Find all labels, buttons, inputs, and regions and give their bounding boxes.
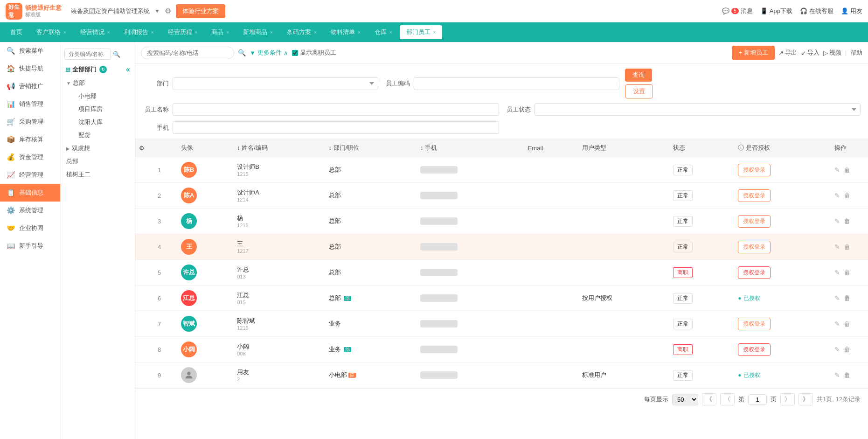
- sidebar-item-search[interactable]: 🔍 搜索菜单: [0, 42, 60, 60]
- phone-input[interactable]: [173, 121, 499, 134]
- prev-page-button[interactable]: 〈: [720, 393, 735, 405]
- dept-node-peihuo[interactable]: 配货: [67, 129, 135, 142]
- close-icon[interactable]: ×: [226, 30, 229, 35]
- all-dept-row[interactable]: ⊞ 全部部门 ↻ «: [61, 63, 135, 77]
- tab-barcode[interactable]: 条码方案×: [280, 25, 323, 39]
- reset-button[interactable]: 设置: [625, 84, 653, 98]
- message-button[interactable]: 💬 5 消息: [722, 7, 753, 15]
- sidebar-item-sales[interactable]: 📊 销售管理: [0, 95, 60, 113]
- delete-button[interactable]: 🗑: [844, 346, 850, 353]
- sidebar-item-management[interactable]: 📈 经营管理: [0, 166, 60, 184]
- close-icon[interactable]: ×: [151, 30, 154, 35]
- dept-node-zongbu2[interactable]: 总部: [61, 155, 135, 168]
- sidebar-item-guide[interactable]: 📖 新手引导: [0, 237, 60, 255]
- dept-node-project[interactable]: 项目库房: [67, 103, 135, 116]
- close-icon[interactable]: ×: [389, 30, 392, 35]
- close-icon[interactable]: ×: [63, 30, 66, 35]
- tab-bom[interactable]: 物料清单×: [324, 25, 367, 39]
- tab-operation[interactable]: 经营情况×: [74, 25, 117, 39]
- emp-code-input[interactable]: [414, 77, 619, 90]
- edit-button[interactable]: ✎: [834, 320, 840, 328]
- settings-button[interactable]: ⚙: [165, 7, 171, 15]
- auth-login-button[interactable]: 授权登录: [738, 266, 771, 279]
- tab-add-goods[interactable]: 新增商品×: [236, 25, 279, 39]
- close-icon[interactable]: ×: [107, 30, 110, 35]
- auth-login-button[interactable]: 授权登录: [738, 189, 771, 202]
- delete-button[interactable]: 🗑: [844, 320, 850, 328]
- edit-button[interactable]: ✎: [834, 217, 840, 225]
- edit-button[interactable]: ✎: [834, 346, 840, 353]
- delete-button[interactable]: 🗑: [844, 371, 850, 379]
- edit-button[interactable]: ✎: [834, 243, 840, 251]
- tab-employee[interactable]: 部门员工×: [400, 25, 443, 39]
- edit-button[interactable]: ✎: [834, 192, 840, 199]
- auth-login-button[interactable]: 授权登录: [738, 164, 771, 176]
- auth-login-button[interactable]: 授权登录: [738, 215, 771, 228]
- sidebar-item-inventory[interactable]: 📦 库存核算: [0, 131, 60, 148]
- query-button[interactable]: 查询: [625, 69, 652, 82]
- dept-node-xiaodian[interactable]: 小电部: [67, 90, 135, 103]
- dept-select[interactable]: [173, 77, 378, 90]
- import-button[interactable]: ↙ 导入: [801, 49, 819, 57]
- delete-button[interactable]: 🗑: [844, 166, 850, 174]
- page-input[interactable]: [748, 394, 767, 405]
- auth-login-button[interactable]: 授权登录: [738, 241, 771, 253]
- delete-button[interactable]: 🗑: [844, 217, 850, 225]
- sidebar-item-collab[interactable]: 🤝 企业协同: [0, 219, 60, 237]
- close-icon[interactable]: ×: [270, 30, 273, 35]
- emp-name-input[interactable]: [173, 103, 499, 116]
- delete-button[interactable]: 🗑: [844, 192, 850, 199]
- sidebar-item-system[interactable]: ⚙️ 系统管理: [0, 202, 60, 219]
- sidebar-item-marketing[interactable]: 📢 营销推广: [0, 77, 60, 95]
- th-settings[interactable]: ⚙: [135, 139, 154, 157]
- tab-history[interactable]: 经营历程×: [161, 25, 204, 39]
- dept-node-zhishu[interactable]: 植树王二: [61, 168, 135, 181]
- page-size-select[interactable]: 50 100: [672, 394, 698, 405]
- user-button[interactable]: 👤 用友: [841, 7, 862, 15]
- th-name-code[interactable]: ↕ 姓名/编码: [233, 139, 325, 157]
- edit-button[interactable]: ✎: [834, 294, 840, 302]
- view-button[interactable]: ▷ 视频: [823, 49, 841, 57]
- close-icon[interactable]: ×: [358, 30, 361, 35]
- tab-customer[interactable]: 客户联络×: [30, 25, 73, 39]
- search-input[interactable]: [141, 47, 234, 59]
- sidebar-item-basic-info[interactable]: 📋 基础信息: [0, 184, 60, 202]
- edit-button[interactable]: ✎: [834, 371, 840, 379]
- trial-button[interactable]: 体验行业方案: [176, 4, 225, 18]
- app-download-button[interactable]: 📱 App下载: [760, 7, 792, 15]
- tab-warehouse[interactable]: 仓库×: [368, 25, 399, 39]
- delete-button[interactable]: 🗑: [844, 243, 850, 251]
- dropdown-arrow-icon[interactable]: ▼: [154, 8, 160, 14]
- dept-search-input[interactable]: [64, 49, 111, 60]
- dept-node-zongbu[interactable]: ▼ 总部: [61, 77, 135, 90]
- edit-button[interactable]: ✎: [834, 166, 840, 174]
- last-page-button[interactable]: 》: [799, 393, 813, 405]
- sidebar-item-purchase[interactable]: 🛒 采购管理: [0, 113, 60, 131]
- help-button[interactable]: 帮助: [850, 49, 862, 57]
- next-page-button[interactable]: 〉: [780, 393, 795, 405]
- delete-button[interactable]: 🗑: [844, 294, 850, 302]
- sidebar-item-finance[interactable]: 💰 资金管理: [0, 148, 60, 166]
- show-resigned-checkbox[interactable]: 显示离职员工: [292, 49, 336, 57]
- dept-refresh-icon[interactable]: ↻: [99, 66, 107, 73]
- dept-node-shenyang[interactable]: 沈阳大库: [67, 116, 135, 129]
- status-select[interactable]: [535, 103, 861, 116]
- online-service-button[interactable]: 🎧 在线客服: [800, 7, 833, 15]
- tab-profit[interactable]: 利润报告×: [118, 25, 160, 39]
- dept-search-icon[interactable]: 🔍: [113, 51, 120, 58]
- sidebar-item-nav[interactable]: 🏠 快捷导航: [0, 60, 60, 77]
- close-icon[interactable]: ×: [314, 30, 317, 35]
- dept-node-shuangyuxiang[interactable]: ▶ 双虞想: [61, 142, 135, 155]
- close-icon[interactable]: ×: [433, 30, 436, 35]
- auth-login-button[interactable]: 授权登录: [738, 318, 771, 330]
- delete-button[interactable]: 🗑: [844, 269, 850, 276]
- search-button[interactable]: 🔍: [238, 49, 246, 56]
- auth-login-button[interactable]: 授权登录: [738, 343, 771, 356]
- add-employee-button[interactable]: + 新增员工: [732, 46, 774, 60]
- first-page-button[interactable]: 《: [702, 393, 716, 405]
- more-filter-button[interactable]: ▼ 更多条件 ∧: [250, 49, 288, 57]
- tab-home[interactable]: 首页: [4, 25, 29, 39]
- close-icon[interactable]: ×: [195, 30, 198, 35]
- tab-goods[interactable]: 商品×: [205, 25, 236, 39]
- th-dept-position[interactable]: ↕ 部门/职位: [325, 139, 417, 157]
